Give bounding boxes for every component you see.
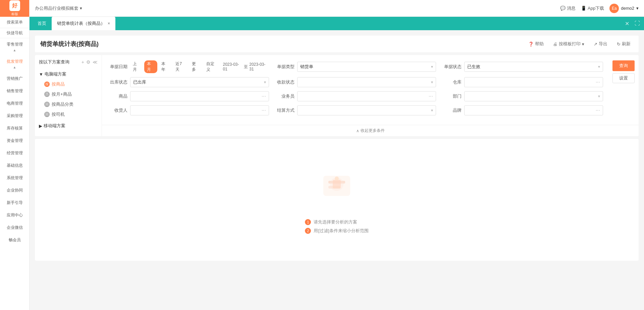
brand-input[interactable]: ··· [464,105,603,115]
filter-right: 单据日期 上月 本月 本年 近7天 更多 自定义 [102,55,639,136]
tab-close-icon[interactable]: × [108,21,110,26]
date-label: 单据日期 [107,64,127,70]
search-menu[interactable]: 搜索菜单 [0,17,29,28]
out-status-caret-icon: ▾ [264,80,266,85]
scheme-item-by-goods[interactable]: 按 按商品 [35,79,102,89]
message-btn[interactable]: 💬 消息 [560,5,576,11]
salesman-input[interactable]: ··· [297,91,436,101]
sidebar-item-finance[interactable]: 资金管理 [0,135,29,147]
settings-button[interactable]: 设置 [612,73,635,83]
sidebar-item-apps[interactable]: 应用中心 [0,209,29,221]
nav-label-newbie: 新手引导 [7,200,23,206]
sidebar-item-retail[interactable]: 零售管理▲ [0,38,29,55]
scheme-item-driver[interactable]: 回 按司机 [35,109,102,119]
add-scheme-icon[interactable]: + [82,59,84,65]
scheme-header: 按以下方案查询 + ⚙ ≪ [35,59,102,68]
help-label: 帮助 [535,41,544,47]
nav-label-finance: 资金管理 [7,138,23,144]
out-status-label: 出库状态 [107,79,127,85]
collapse-scheme-icon[interactable]: ≪ [93,59,98,65]
logo-subtext: 标版 [11,12,18,16]
sidebar-item-inventory[interactable]: 库存核算 [0,122,29,135]
filter-main: 单据日期 上月 本月 本年 近7天 更多 自定义 [102,55,639,125]
shortcut-nav[interactable]: 快捷导航 [0,28,29,38]
filter-receive-status-field: 收款状态 ▾ [274,77,436,87]
filter-scheme-sidebar: 按以下方案查询 + ⚙ ≪ ▼ 电脑端方案 按 [35,55,102,136]
receiver-input[interactable]: ··· [130,105,269,115]
collapse-label: 收起更多条件 [361,128,385,134]
scheme-icon-category: 回 [44,102,50,107]
bill-status-label: 单据状态 [441,64,462,70]
message-icon: 💬 [560,6,566,11]
sidebar-item-sales[interactable]: 销售管理 [0,85,29,97]
scheme-group-mobile-label: 移动端方案 [44,123,65,129]
app-logo[interactable]: 好 标版 [0,0,29,17]
date-tab-this-month[interactable]: 本月 [144,60,157,73]
sidebar-item-operation[interactable]: 经营管理 [0,147,29,159]
tab-active[interactable]: 销货单统计表（按商品） × [52,17,115,30]
goods-dots-icon[interactable]: ··· [262,93,266,99]
refresh-btn[interactable]: ↻ 刷新 [614,40,633,48]
query-button[interactable]: 查询 [612,60,635,71]
sidebar-item-ecommerce[interactable]: 电商管理 [0,97,29,110]
out-status-input[interactable]: 已出库 ▾ [130,77,269,87]
scheme-group-desktop-label: 电脑端方案 [45,71,66,77]
logo-icon: 好 [9,0,20,11]
warehouse-input[interactable]: ··· [464,77,603,87]
payment-caret-icon: ▾ [431,108,433,113]
bill-type-input[interactable]: 销货单 ▾ [297,62,436,72]
scheme-icon-by-goods: 按 [44,82,50,87]
sidebar-item-wholesale[interactable]: 批发管理▲ [0,55,29,72]
filter-goods-field: 商品 ··· [107,91,269,101]
industry-selector[interactable]: 办公用品行业模拟账套 ▾ [35,5,82,11]
scheme-group-mobile-header[interactable]: ▶ 移动端方案 [35,121,102,131]
print-btn[interactable]: 🖨 按模板打印 ▾ [550,40,587,48]
nav-label-sales: 销售管理 [7,88,23,94]
collapse-bar[interactable]: ∧ 收起更多条件 [102,125,639,136]
query-actions: 查询 设置 [608,55,639,89]
sidebar-item-system[interactable]: 系统管理 [0,172,29,184]
sidebar-item-wechat[interactable]: 企业微信 [0,221,29,234]
department-input[interactable]: ▾ [464,91,603,101]
payment-input[interactable]: ▾ [297,105,436,115]
tab-home[interactable]: 首页 [32,17,52,30]
brand-dots-icon[interactable]: ··· [596,107,600,113]
receiver-dots-icon[interactable]: ··· [262,107,266,113]
filter-row-3: 商品 ··· 业务员 [107,91,603,101]
scheme-group-desktop-header[interactable]: ▼ 电脑端方案 [35,69,102,79]
export-btn[interactable]: ↗ 导出 [591,40,610,48]
sidebar-item-basic[interactable]: 基础信息 [0,159,29,172]
sidebar-item-newbie[interactable]: 新手引导 [0,197,29,209]
settings-scheme-icon[interactable]: ⚙ [86,59,91,65]
avatar[interactable]: Ea [609,4,619,13]
date-tab-7days[interactable]: 近7天 [173,60,188,73]
salesman-dots-icon[interactable]: ··· [429,93,433,99]
goods-input[interactable]: ··· [130,91,269,101]
filter-out-status-field: 出库状态 已出库 ▾ [107,77,269,87]
help-btn[interactable]: ❓ 帮助 [526,40,546,48]
close-window-icon[interactable]: ✕ [624,19,631,28]
nav-label-basic: 基础信息 [7,163,23,168]
tip-num-2: 2 [305,228,311,234]
bill-type-label: 单据类型 [274,64,294,70]
nav-menu: 零售管理▲批发管理▲营销推广销售管理电商管理采购管理库存核算资金管理经营管理基础… [0,38,29,310]
scheme-item-month-goods[interactable]: 历 按月+商品 [35,89,102,99]
scheme-icon-month-goods: 历 [44,92,50,97]
sidebar-item-purchase[interactable]: 采购管理 [0,110,29,122]
user-section[interactable]: Ea demo2 ▾ [609,4,639,13]
sidebar-item-marketing[interactable]: 营销推广 [0,72,29,85]
date-tab-more[interactable]: 更多 [189,60,202,73]
date-tab-this-year[interactable]: 本年 [159,60,171,73]
app-download-btn[interactable]: 📱 App下载 [581,5,604,11]
date-tab-last-month[interactable]: 上月 [130,60,143,73]
scheme-item-category[interactable]: 回 按商品分类 [35,99,102,109]
date-tab-custom[interactable]: 自定义 [204,60,220,73]
maximize-icon[interactable]: ⛶ [633,19,641,28]
print-label: 按模板打印 [559,41,581,47]
warehouse-dots-icon[interactable]: ··· [596,79,600,85]
tabbar: 首页 销货单统计表（按商品） × ✕ ⛶ [30,17,644,30]
receive-status-input[interactable]: ▾ [297,77,436,87]
bill-status-input[interactable]: 已生效 ▾ [464,62,603,72]
sidebar-item-enterprise[interactable]: 企业协同 [0,184,29,197]
sidebar-item-member[interactable]: 畅会员 [0,234,29,246]
